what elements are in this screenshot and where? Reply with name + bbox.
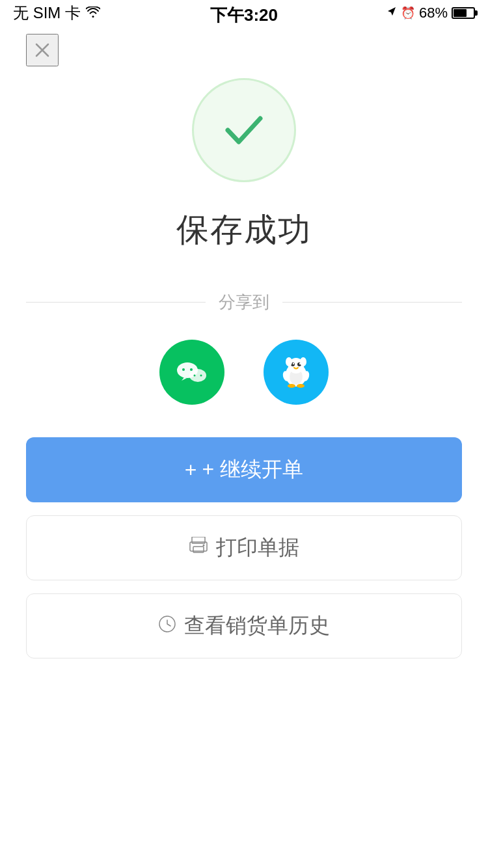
svg-point-3 xyxy=(190,368,193,371)
qq-share-button[interactable] xyxy=(264,340,329,405)
status-right: ⏰ 68% xyxy=(386,5,475,21)
svg-point-2 xyxy=(182,368,185,371)
svg-point-13 xyxy=(286,357,292,366)
svg-point-15 xyxy=(288,384,295,388)
print-icon xyxy=(189,536,208,560)
svg-point-22 xyxy=(203,544,205,546)
continue-label: + 继续开单 xyxy=(202,455,304,484)
location-icon xyxy=(386,5,397,21)
history-label: 查看销货单历史 xyxy=(184,612,330,640)
wifi-icon xyxy=(86,4,100,22)
success-circle xyxy=(192,78,296,182)
battery-icon xyxy=(452,7,475,19)
svg-point-1 xyxy=(189,369,206,382)
battery-percent: 68% xyxy=(419,5,448,21)
share-label: 分享到 xyxy=(206,291,282,314)
wechat-share-button[interactable] xyxy=(159,340,224,405)
print-label: 打印单据 xyxy=(216,534,299,562)
action-buttons: + + 继续开单 打印单据 查看销货单历 xyxy=(0,437,488,658)
share-icons xyxy=(26,340,462,405)
main-content: 保存成功 分享到 xyxy=(0,26,488,658)
alarm-icon: ⏰ xyxy=(401,6,415,20)
svg-point-14 xyxy=(300,357,306,366)
status-carrier: 无 SIM 卡 xyxy=(13,3,100,23)
share-section: 分享到 xyxy=(0,291,488,405)
history-icon xyxy=(158,614,176,638)
print-button[interactable]: 打印单据 xyxy=(26,515,462,580)
history-button[interactable]: 查看销货单历史 xyxy=(26,593,462,658)
status-time: 下午3:20 xyxy=(210,4,278,27)
close-button[interactable] xyxy=(26,34,59,66)
carrier-text: 无 SIM 卡 xyxy=(13,3,81,23)
success-title: 保存成功 xyxy=(176,208,312,252)
continue-plus-icon: + xyxy=(185,458,197,482)
svg-point-5 xyxy=(200,375,202,377)
share-divider: 分享到 xyxy=(26,291,462,314)
svg-point-16 xyxy=(297,384,305,388)
svg-point-11 xyxy=(293,363,294,364)
check-icon xyxy=(218,104,270,156)
continue-button[interactable]: + + 继续开单 xyxy=(26,437,462,502)
svg-point-4 xyxy=(194,375,196,377)
status-bar: 无 SIM 卡 下午3:20 ⏰ 68% xyxy=(0,0,488,26)
